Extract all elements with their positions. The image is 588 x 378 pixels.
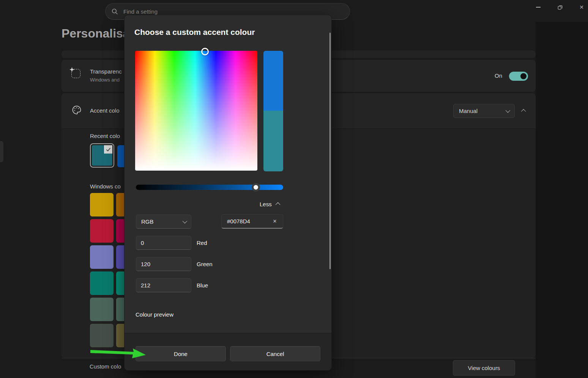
accent-mode-value: Manual bbox=[459, 108, 478, 114]
cancel-button[interactable]: Cancel bbox=[230, 346, 320, 361]
settings-window: ✕ Personalisa Transparenc Windows and On… bbox=[0, 0, 588, 378]
red-label: Red bbox=[197, 236, 242, 250]
palette-icon bbox=[71, 105, 82, 115]
search-input[interactable] bbox=[123, 8, 344, 15]
windows-colour-swatch[interactable] bbox=[90, 245, 114, 269]
less-label: Less bbox=[260, 201, 272, 207]
dialog-title: Choose a custom accent colour bbox=[134, 28, 255, 37]
done-button[interactable]: Done bbox=[136, 346, 226, 361]
windows-colour-swatch[interactable] bbox=[90, 324, 114, 347]
recent-colours-label: Recent colo bbox=[90, 133, 120, 139]
colour-model-value: RGB bbox=[141, 218, 154, 225]
current-colour-swatch bbox=[263, 111, 283, 171]
windows-colour-swatch[interactable] bbox=[90, 298, 114, 321]
page-right-margin bbox=[536, 22, 588, 378]
value-slider-thumb[interactable] bbox=[252, 183, 260, 191]
toggle-knob bbox=[520, 73, 527, 79]
page-title: Personalisa bbox=[61, 27, 130, 41]
windows-colour-swatch[interactable] bbox=[90, 219, 114, 243]
new-colour-swatch bbox=[263, 51, 283, 111]
minimize-button[interactable] bbox=[533, 2, 544, 13]
blue-input[interactable] bbox=[136, 278, 191, 292]
green-input[interactable] bbox=[136, 257, 191, 271]
green-label: Green bbox=[197, 257, 242, 271]
windows-colour-swatch[interactable] bbox=[90, 271, 114, 295]
chevron-up-icon[interactable] bbox=[521, 109, 526, 114]
colour-model-dropdown[interactable]: RGB bbox=[136, 215, 191, 229]
search-icon bbox=[112, 8, 118, 15]
less-expander[interactable]: Less bbox=[260, 201, 280, 207]
transparency-icon bbox=[71, 69, 80, 78]
dialog-scrollbar[interactable] bbox=[329, 33, 331, 269]
chevron-up-icon bbox=[275, 202, 280, 207]
maximize-button[interactable] bbox=[554, 2, 566, 13]
accent-mode-dropdown[interactable]: Manual bbox=[453, 104, 515, 118]
close-button[interactable]: ✕ bbox=[576, 2, 587, 13]
check-icon bbox=[106, 147, 111, 152]
annotation-arrow-icon bbox=[88, 346, 148, 360]
custom-colours-label: Custom colo bbox=[90, 363, 121, 370]
hex-value: #0078D4 bbox=[227, 218, 250, 224]
custom-accent-colour-dialog: Choose a custom accent colour Less RGB #… bbox=[124, 15, 332, 370]
value-slider-track[interactable] bbox=[136, 185, 283, 190]
hex-value-field[interactable]: #0078D4 ✕ bbox=[221, 214, 283, 229]
nav-indicator bbox=[0, 141, 3, 162]
windows-colours-label: Windows co bbox=[90, 183, 121, 190]
recent-colour-swatch-selected[interactable] bbox=[90, 143, 114, 168]
chevron-down-icon bbox=[506, 108, 511, 113]
restore-icon bbox=[557, 5, 563, 10]
minimize-icon bbox=[536, 7, 541, 8]
spectrum-selector[interactable] bbox=[201, 48, 209, 55]
red-input[interactable] bbox=[136, 236, 191, 250]
colour-spectrum-picker[interactable] bbox=[135, 51, 257, 171]
chevron-down-icon bbox=[183, 219, 188, 224]
transparency-toggle[interactable] bbox=[509, 72, 528, 81]
dialog-footer: Done Cancel bbox=[125, 333, 331, 370]
colour-preview-label: Colour preview bbox=[136, 311, 173, 318]
windows-colour-swatch[interactable] bbox=[90, 193, 114, 216]
blue-label: Blue bbox=[197, 278, 242, 292]
toggle-state-label: On bbox=[495, 72, 502, 79]
close-icon: ✕ bbox=[579, 4, 584, 10]
transparency-subtitle: Windows and bbox=[90, 77, 120, 83]
accent-colour-title: Accent colo bbox=[90, 107, 120, 114]
clear-icon[interactable]: ✕ bbox=[271, 217, 279, 226]
transparency-title: Transparenc bbox=[90, 68, 122, 75]
selected-badge bbox=[104, 145, 112, 154]
view-colours-button[interactable]: View colours bbox=[453, 360, 515, 376]
